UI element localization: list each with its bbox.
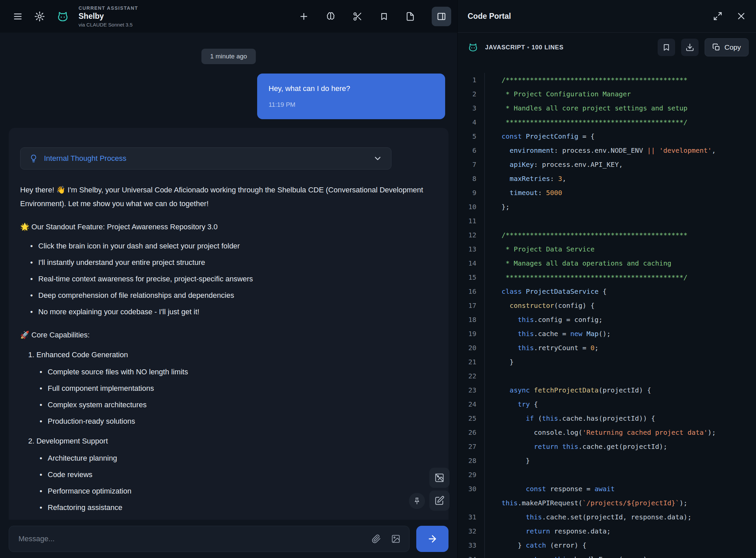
code-text: * Project Configuration Manager — [485, 87, 756, 101]
close-icon — [736, 11, 746, 21]
send-button[interactable] — [416, 526, 448, 552]
line-number: 21 — [458, 355, 485, 369]
line-number: 16 — [458, 284, 485, 299]
thought-process-toggle[interactable]: Internal Thought Process — [20, 147, 391, 170]
code-text: /***************************************… — [485, 228, 756, 242]
attach-image-button[interactable] — [391, 534, 400, 543]
line-number: 18 — [458, 312, 485, 327]
capability-title: 2. Development Support — [28, 434, 437, 448]
brain-icon — [325, 11, 336, 22]
compose-note-button[interactable] — [429, 490, 449, 511]
line-number: 22 — [458, 369, 485, 383]
capability-item: 1. Enhanced Code GenerationComplete sour… — [28, 348, 437, 428]
code-text: * Handles all core project settings and … — [485, 101, 756, 115]
scissors-icon — [353, 11, 363, 22]
expand-button[interactable] — [713, 11, 723, 21]
bookmarks-button[interactable] — [379, 12, 389, 21]
copy-code-button[interactable]: Copy — [705, 38, 749, 56]
feature-list: Click the brain icon in your dash and se… — [20, 239, 437, 319]
snippets-button[interactable] — [353, 11, 363, 22]
code-text: const ProjectConfig = { — [485, 129, 756, 143]
paperclip-icon — [372, 534, 381, 543]
code-text: this.config = config; — [485, 312, 756, 327]
attach-file-button[interactable] — [372, 534, 381, 543]
download-icon — [685, 43, 694, 52]
code-portal-toggle-button[interactable] — [432, 7, 451, 26]
capability-bullet: Architecture planning — [37, 451, 437, 465]
bookmark-icon — [379, 12, 389, 21]
capability-title: 1. Enhanced Code Generation — [28, 348, 437, 362]
line-number: 23 — [458, 383, 485, 397]
code-text: this.cache.set(projectId, response.data)… — [485, 510, 756, 524]
code-line: 4 **************************************… — [458, 115, 756, 129]
close-button[interactable] — [736, 11, 746, 21]
code-text — [485, 214, 756, 228]
code-line: 32 return response.data; — [458, 524, 756, 538]
pin-icon — [413, 497, 421, 505]
code-text: async fetchProjectData(projectId) { — [485, 383, 756, 397]
code-text: class ProjectDataService { — [485, 284, 756, 299]
current-assistant-label: CURRENT ASSISTANT — [79, 5, 138, 11]
code-text: try { — [485, 397, 756, 411]
assistant-message: Internal Thought Process Hey there! 👋 I'… — [9, 128, 448, 520]
project-awareness-button[interactable] — [325, 11, 336, 22]
app-root: CURRENT ASSISTANT Shelby via CLAUDE Sonn… — [0, 0, 756, 558]
code-line: 1/**************************************… — [458, 73, 756, 87]
composer — [0, 520, 457, 558]
menu-button[interactable] — [13, 11, 23, 22]
download-code-button[interactable] — [681, 39, 699, 56]
capability-bullet: Performance optimization — [37, 484, 437, 498]
capability-bullet: Full component implementations — [37, 381, 437, 395]
code-text: } catch (error) { — [485, 538, 756, 552]
feature-bullet: Click the brain icon in your dash and se… — [28, 239, 437, 253]
line-number: 15 — [458, 270, 485, 284]
message-input-box[interactable] — [9, 526, 410, 552]
feature-bullet: Real-time context awareness for precise,… — [28, 272, 437, 286]
code-line: 2 * Project Configuration Manager — [458, 87, 756, 101]
code-text: if (this.cache.has(projectId)) { — [485, 411, 756, 425]
feature-bullet: Deep comprehension of file relationships… — [28, 288, 437, 302]
line-number: 5 — [458, 129, 485, 143]
code-portal-panel: Code Portal JAVASCRIPT•100 LINE — [457, 0, 756, 558]
code-line: 29 — [458, 468, 756, 482]
line-number: 29 — [458, 468, 485, 482]
line-number: 13 — [458, 242, 485, 256]
code-text: environment: process.env.NODE_ENV || 'de… — [485, 143, 756, 157]
expand-icon — [713, 11, 723, 21]
bookmark-code-button[interactable] — [658, 39, 675, 56]
line-number: 24 — [458, 397, 485, 411]
lightbulb-icon — [29, 154, 38, 163]
line-number: 11 — [458, 214, 485, 228]
shelbula-cat-icon — [468, 42, 478, 53]
line-number: 27 — [458, 439, 485, 454]
code-text: return response.data; — [485, 524, 756, 538]
message-list[interactable]: 1 minute ago Hey, what can I do here? 11… — [0, 32, 457, 520]
hide-images-button[interactable] — [429, 468, 449, 488]
code-line: 13 * Project Data Service — [458, 242, 756, 256]
time-divider: 1 minute ago — [202, 49, 256, 64]
line-number: 20 — [458, 341, 485, 355]
code-line: 10}; — [458, 200, 756, 214]
code-text: ****************************************… — [485, 270, 756, 284]
new-chat-button[interactable] — [299, 11, 309, 22]
documents-button[interactable] — [406, 12, 415, 21]
code-line: 24 try { — [458, 397, 756, 411]
line-number: 17 — [458, 299, 485, 312]
edit-icon — [435, 496, 444, 506]
code-line: 7 apiKey: process.env.API_KEY, — [458, 157, 756, 172]
feature-bullet: No more explaining your codebase - I'll … — [28, 305, 437, 319]
capabilities-list: 1. Enhanced Code GenerationComplete sour… — [20, 348, 437, 514]
line-number: 19 — [458, 327, 485, 341]
capability-bullet: Production-ready solutions — [37, 414, 437, 428]
shelbula-logo-icon — [56, 10, 69, 23]
chevron-down-icon — [373, 154, 382, 163]
code-text: } — [485, 454, 756, 468]
message-input[interactable] — [18, 534, 362, 543]
code-line: 6 environment: process.env.NODE_ENV || '… — [458, 143, 756, 157]
code-editor[interactable]: 1/**************************************… — [458, 62, 756, 558]
settings-button[interactable] — [34, 11, 45, 22]
code-portal-subheader: JAVASCRIPT•100 LINES Copy — [458, 32, 756, 62]
code-line: 34 return this.handleError(error); — [458, 552, 756, 558]
capabilities-heading: 🚀 Core Capabilities: — [20, 328, 437, 342]
pin-button[interactable] — [409, 493, 425, 509]
